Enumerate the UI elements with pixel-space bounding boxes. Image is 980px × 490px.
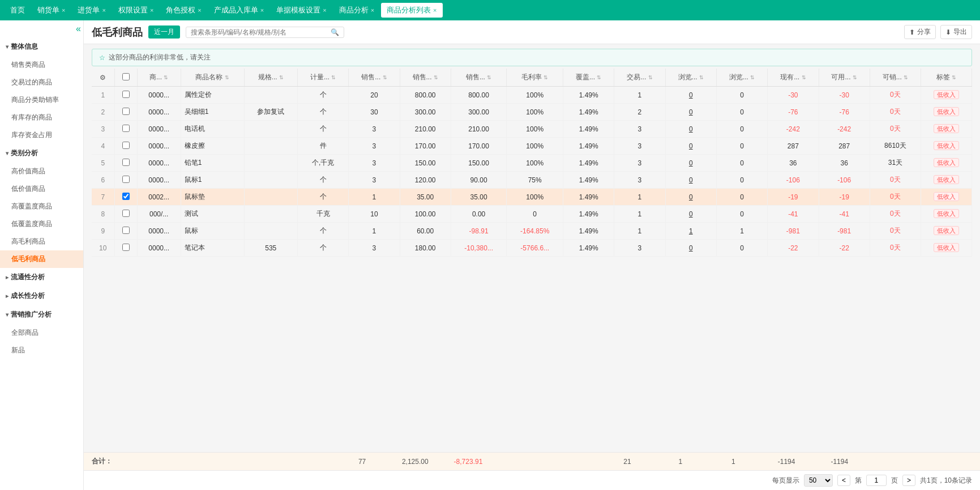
col-header-sales_profit[interactable]: 销售... ⇅ — [451, 69, 507, 87]
sidebar-group-1[interactable]: ▾类别分析 — [0, 144, 83, 163]
nav-item-商品分析[interactable]: 商品分析× — [333, 3, 380, 18]
sort-icon[interactable]: ⇅ — [648, 75, 653, 80]
sidebar-item-有库存的商品[interactable]: 有库存的商品 — [0, 109, 83, 126]
sidebar-item-低毛利商品[interactable]: 低毛利商品 — [0, 250, 83, 268]
sort-icon[interactable]: ⇅ — [434, 75, 438, 80]
table-row[interactable]: 90000...鼠标个160.00-98.91-164.85%1.49%111-… — [92, 223, 972, 240]
sidebar-item-高毛利商品[interactable]: 高毛利商品 — [0, 233, 83, 250]
col-header-browse1[interactable]: 浏览... ⇅ — [665, 69, 716, 87]
col-header-coverage[interactable]: 覆盖... ⇅ — [563, 69, 614, 87]
sidebar-item-高价值商品[interactable]: 高价值商品 — [0, 163, 83, 180]
col-header-code[interactable]: 商... ⇅ — [137, 69, 181, 87]
sort-icon[interactable]: ⇅ — [699, 75, 704, 80]
row-checkbox[interactable] — [122, 176, 130, 183]
sort-icon[interactable]: ⇅ — [331, 75, 336, 80]
sort-icon[interactable]: ⇅ — [164, 75, 168, 80]
search-input[interactable] — [191, 28, 331, 36]
sort-icon[interactable]: ⇅ — [544, 75, 548, 80]
close-icon[interactable]: × — [323, 7, 326, 14]
nav-item-单据模板设置[interactable]: 单据模板设置× — [271, 3, 332, 18]
col-header-settings[interactable]: ⚙ — [92, 69, 114, 87]
sort-icon[interactable]: ⇅ — [952, 75, 956, 80]
sidebar-collapse-button[interactable]: « — [0, 20, 83, 37]
sidebar-group-4[interactable]: ▾营销推广分析 — [0, 305, 83, 324]
sidebar-item-库存资金占用[interactable]: 库存资金占用 — [0, 126, 83, 144]
col-header-unit[interactable]: 计量... ⇅ — [297, 69, 348, 87]
search-icon[interactable]: 🔍 — [331, 28, 339, 36]
sort-icon[interactable]: ⇅ — [225, 75, 229, 80]
sidebar-item-全部商品[interactable]: 全部商品 — [0, 324, 83, 342]
row-checkbox[interactable] — [122, 227, 130, 234]
close-icon[interactable]: × — [102, 7, 105, 14]
filter-button[interactable]: 近一月 — [148, 25, 180, 39]
sidebar-item-销售类商品[interactable]: 销售类商品 — [0, 56, 83, 74]
select-all-checkbox[interactable] — [122, 73, 130, 80]
table-row[interactable]: 10000...属性定价个20800.00800.00100%1.49%100-… — [92, 87, 972, 104]
table-row[interactable]: 50000...铅笔1个,千克3150.00150.00100%1.49%300… — [92, 155, 972, 172]
col-header-browse2[interactable]: 浏览... ⇅ — [716, 69, 767, 87]
nav-item-首页[interactable]: 首页 — [5, 3, 31, 18]
sort-icon[interactable]: ⇅ — [802, 75, 806, 80]
col-header-current_stock[interactable]: 现有... ⇅ — [768, 69, 819, 87]
col-header-trans_count[interactable]: 交易... ⇅ — [614, 69, 665, 87]
row-checkbox[interactable] — [122, 91, 130, 98]
close-icon[interactable]: × — [371, 7, 374, 14]
table-row[interactable]: 8000/...测试千克10100.000.0001.49%100-41-410… — [92, 206, 972, 223]
col-header-saleable_days[interactable]: 可销... ⇅ — [870, 69, 921, 87]
close-icon[interactable]: × — [150, 7, 153, 14]
sort-icon[interactable]: ⇅ — [750, 75, 755, 80]
table-wrapper[interactable]: ⚙商... ⇅商品名称 ⇅规格... ⇅计量... ⇅销售... ⇅销售... … — [92, 69, 972, 452]
sidebar-item-高覆盖度商品[interactable]: 高覆盖度商品 — [0, 198, 83, 215]
table-row[interactable]: 20000...吴细细1参加复试个30300.00300.00100%1.49%… — [92, 104, 972, 121]
nav-item-权限设置[interactable]: 权限设置× — [113, 3, 159, 18]
sort-icon[interactable]: ⇅ — [279, 75, 284, 80]
row-checkbox[interactable] — [122, 159, 130, 166]
col-header-sales_price[interactable]: 销售... ⇅ — [400, 69, 451, 87]
export-button[interactable]: ⬇ 导出 — [940, 25, 972, 39]
page-input[interactable] — [866, 475, 887, 486]
close-icon[interactable]: × — [62, 7, 65, 14]
per-page-select[interactable]: 50 20 100 — [804, 474, 833, 487]
sidebar-group-3[interactable]: ▸成长性分析 — [0, 287, 83, 305]
row-checkbox[interactable] — [122, 125, 130, 132]
close-icon[interactable]: × — [198, 7, 201, 14]
row-checkbox[interactable] — [122, 244, 130, 251]
sort-icon[interactable]: ⇅ — [487, 75, 491, 80]
prev-page-button[interactable]: < — [837, 475, 850, 486]
table-row[interactable]: 30000...电话机个3210.00210.00100%1.49%300-24… — [92, 121, 972, 138]
sidebar-group-0[interactable]: ▾整体信息 — [0, 37, 83, 56]
row-checkbox[interactable] — [122, 142, 130, 149]
sidebar-item-交易过的商品[interactable]: 交易过的商品 — [0, 74, 83, 91]
col-header-sales_qty[interactable]: 销售... ⇅ — [349, 69, 400, 87]
row-checkbox[interactable] — [122, 108, 130, 115]
row-checkbox[interactable] — [122, 193, 130, 200]
nav-item-销货单[interactable]: 销货单× — [32, 3, 71, 18]
sidebar-item-低覆盖度商品[interactable]: 低覆盖度商品 — [0, 215, 83, 233]
sort-icon[interactable]: ⇅ — [904, 75, 908, 80]
nav-item-进货单[interactable]: 进货单× — [72, 3, 111, 18]
col-header-gross_margin[interactable]: 毛利率 ⇅ — [507, 69, 563, 87]
sidebar-item-新品[interactable]: 新品 — [0, 342, 83, 359]
sort-icon[interactable]: ⇅ — [853, 75, 857, 80]
sort-icon[interactable]: ⇅ — [383, 75, 387, 80]
table-row[interactable]: 40000...橡皮擦件3170.00170.00100%1.49%300287… — [92, 138, 972, 155]
next-page-button[interactable]: > — [902, 475, 915, 486]
nav-item-角色授权[interactable]: 角色授权× — [160, 3, 207, 18]
row-checkbox[interactable] — [122, 210, 130, 217]
nav-item-商品分析列表[interactable]: 商品分析列表× — [381, 3, 442, 18]
share-button[interactable]: ⬆ 分享 — [904, 25, 936, 39]
nav-item-产成品入库单[interactable]: 产成品入库单× — [208, 3, 269, 18]
close-icon[interactable]: × — [260, 7, 264, 14]
sidebar-item-商品分类助销率[interactable]: 商品分类助销率 — [0, 91, 83, 109]
table-row[interactable]: 100000...笔记本535个3180.00-10,380...-5766.6… — [92, 240, 972, 257]
col-header-checkbox[interactable] — [114, 69, 137, 87]
sidebar-item-低价值商品[interactable]: 低价值商品 — [0, 180, 83, 198]
col-header-name[interactable]: 商品名称 ⇅ — [181, 69, 244, 87]
sidebar-group-2[interactable]: ▸流通性分析 — [0, 268, 83, 287]
table-row[interactable]: 70002...鼠标垫个135.0035.00100%1.49%100-19-1… — [92, 189, 972, 206]
close-icon[interactable]: × — [433, 7, 436, 14]
col-header-tag[interactable]: 标签 ⇅ — [921, 69, 972, 87]
sort-icon[interactable]: ⇅ — [597, 75, 601, 80]
table-row[interactable]: 60000...鼠标1个3120.0090.0075%1.49%300-106-… — [92, 172, 972, 189]
col-header-available_stock[interactable]: 可用... ⇅ — [819, 69, 870, 87]
